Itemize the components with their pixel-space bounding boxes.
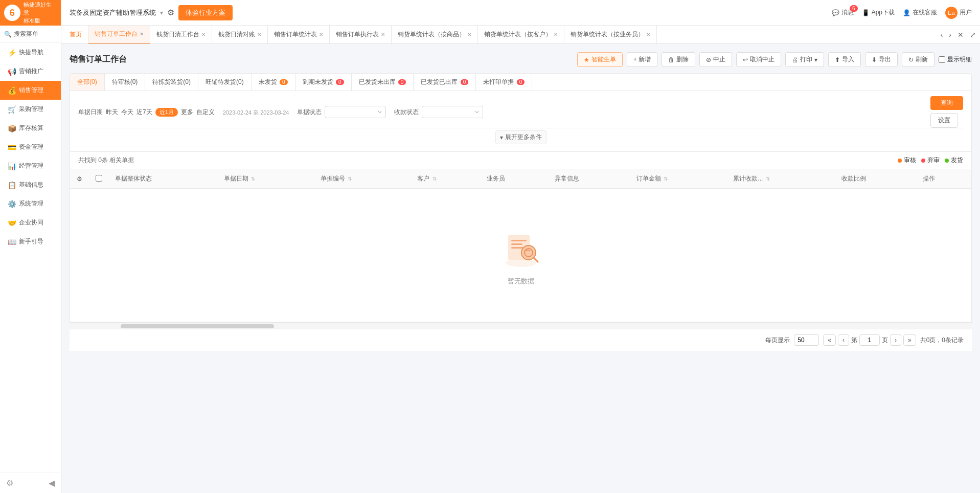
inventory-icon: 📦	[8, 124, 16, 132]
tab-home[interactable]: 首页	[63, 26, 88, 44]
user-profile-button[interactable]: Ea 用户	[945, 7, 972, 19]
topbar-dropdown-icon[interactable]: ▾	[160, 9, 163, 16]
subtab-not-printed[interactable]: 未打印单据 0	[476, 74, 532, 91]
inventory-label: 库存核算	[19, 124, 43, 132]
table-container: 共找到 0条 相关单据 审核 弃审 发货	[70, 152, 972, 323]
subtab-not-shipped[interactable]: 未发货 0	[252, 74, 295, 91]
subtab-pending-review[interactable]: 待审核(0)	[105, 74, 146, 91]
th-number[interactable]: 单据编号 ⇅	[314, 169, 411, 189]
prev-page-button[interactable]: ‹	[838, 334, 849, 346]
subtab-shipped-out[interactable]: 已发货已出库 0	[414, 74, 476, 91]
next-page-button[interactable]: ›	[890, 334, 901, 346]
th-amount[interactable]: 订单金额 ⇅	[630, 169, 727, 189]
sidebar-nav-item-system[interactable]: ⚙️ 系统管理	[0, 194, 61, 213]
tab-sales-product-stats-close-icon[interactable]: ✕	[467, 32, 471, 37]
tab-sales-customer-stats[interactable]: 销货单统计表（按客户） ✕	[478, 26, 564, 44]
tab-sales-staff-stats-close-icon[interactable]: ✕	[646, 32, 650, 37]
app-download-label: App下载	[872, 8, 895, 17]
tab-sales-execution[interactable]: 销售订单执行表 ✕	[330, 26, 392, 44]
setting-button[interactable]: 设置	[930, 113, 958, 128]
sidebar-nav-item-basic[interactable]: 📋 基础信息	[0, 175, 61, 194]
settings-icon[interactable]: ⚙	[6, 478, 13, 488]
subtab-overdue-not-shipped[interactable]: 到期未发货 0	[295, 74, 352, 91]
tab-sales-order-workbench-close-icon[interactable]: ✕	[140, 31, 144, 37]
tab-sales-stats-close-icon[interactable]: ✕	[319, 32, 323, 37]
sidebar-nav-item-inventory[interactable]: 📦 库存核算	[0, 119, 61, 138]
tab-cash-reconcile[interactable]: 钱货日清对账 ✕	[212, 26, 268, 44]
export-button[interactable]: ⬇ 导出	[865, 52, 898, 67]
page-number-input[interactable]	[859, 334, 880, 346]
th-setting[interactable]: ⚙	[70, 169, 88, 189]
online-service-button[interactable]: 👤 在线客服	[903, 8, 937, 17]
status-filter-select[interactable]	[325, 106, 386, 118]
subtab-not-shipped-label: 未发货	[259, 78, 277, 85]
payment-filter-select[interactable]	[422, 106, 483, 118]
tab-cash-reconcile-close-icon[interactable]: ✕	[257, 32, 261, 37]
sidebar-nav-item-marketing[interactable]: 📢 营销推广	[0, 62, 61, 81]
show-detail-checkbox[interactable]: 显示明细	[939, 55, 972, 64]
review-action[interactable]: 审核	[898, 156, 916, 165]
show-detail-check[interactable]	[939, 56, 945, 63]
tab-prev-icon[interactable]: ‹	[939, 31, 945, 39]
tab-next-icon[interactable]: ›	[947, 31, 953, 39]
tab-sales-product-stats[interactable]: 销货单统计表（按商品） ✕	[392, 26, 478, 44]
cancel-action[interactable]: 弃审	[921, 156, 940, 165]
tab-sales-customer-stats-close-icon[interactable]: ✕	[554, 32, 558, 37]
trial-button[interactable]: 体验行业方案	[178, 5, 233, 20]
tab-sales-execution-close-icon[interactable]: ✕	[381, 32, 385, 37]
last-page-button[interactable]: »	[903, 334, 916, 346]
collapse-icon[interactable]: ◀	[49, 478, 55, 488]
sidebar-nav-item-purchase[interactable]: 🛒 采购管理	[0, 100, 61, 119]
message-button[interactable]: 💬 消息 6	[832, 8, 854, 17]
sidebar-nav-item-operation[interactable]: 📊 经营管理	[0, 156, 61, 175]
expand-filter-button[interactable]: ▾ 展开更多条件	[495, 130, 546, 144]
th-date[interactable]: 单据日期 ⇅	[218, 169, 314, 189]
subtab-pending-inspection[interactable]: 待拣货装货(0)	[145, 74, 198, 91]
tab-sales-stats[interactable]: 销售订单统计表 ✕	[268, 26, 330, 44]
scrollbar-thumb[interactable]	[121, 324, 274, 328]
date-option-today[interactable]: 今天	[121, 108, 133, 117]
print-button[interactable]: 🖨 打印 ▾	[785, 52, 824, 67]
date-option-yesterday[interactable]: 昨天	[106, 108, 118, 117]
date-option-custom[interactable]: 自定义	[196, 108, 215, 117]
new-button[interactable]: + 新增	[627, 52, 657, 67]
sidebar-nav-item-enterprise[interactable]: 🤝 企业协同	[0, 213, 61, 232]
import-button[interactable]: ⬆ 导入	[828, 52, 861, 67]
query-button[interactable]: 查询	[930, 96, 963, 110]
tab-sales-order-workbench[interactable]: 销售订单工作台 ✕	[88, 26, 150, 44]
empty-icon	[498, 225, 544, 271]
sidebar-nav-item-guide[interactable]: 📖 新手引导	[0, 232, 61, 251]
tab-sales-execution-label: 销售订单执行表	[336, 30, 379, 39]
subtab-wangpu[interactable]: 旺铺待发货(0)	[198, 74, 252, 91]
tab-cash-daily[interactable]: 钱货日清工作台 ✕	[150, 26, 212, 44]
tab-expand-icon[interactable]: ⤢	[968, 31, 978, 39]
sidebar-nav-item-finance[interactable]: 💳 资金管理	[0, 138, 61, 156]
ship-action[interactable]: 发货	[945, 156, 963, 165]
first-page-button[interactable]: «	[823, 334, 836, 346]
th-received[interactable]: 累计收款... ⇅	[727, 169, 835, 189]
sidebar-nav-item-quick-nav[interactable]: ⚡ 快捷导航	[0, 43, 61, 62]
subtab-shipped-not-out[interactable]: 已发货未出库 0	[352, 74, 414, 91]
th-check[interactable]	[88, 169, 109, 189]
review-action-label: 审核	[904, 156, 916, 165]
horizontal-scrollbar[interactable]	[70, 323, 972, 329]
select-all-checkbox[interactable]	[96, 175, 102, 182]
sidebar-nav-item-sales[interactable]: 💰 销售管理	[0, 81, 61, 100]
refresh-button[interactable]: ↻ 刷新	[902, 52, 935, 67]
tab-close-all-icon[interactable]: ✕	[955, 31, 966, 39]
tab-cash-daily-close-icon[interactable]: ✕	[201, 32, 206, 37]
smart-create-button[interactable]: ★ 智能生单	[577, 52, 623, 67]
date-option-1month[interactable]: 近1月	[155, 108, 178, 117]
tab-sales-staff-stats[interactable]: 销货单统计表（按业务员） ✕	[564, 26, 657, 44]
date-option-7days[interactable]: 近7天	[136, 108, 152, 117]
th-customer[interactable]: 客户 ⇅	[411, 169, 481, 189]
sidebar-search[interactable]: 🔍 搜索菜单	[0, 26, 61, 43]
app-download-button[interactable]: 📱 App下载	[862, 8, 895, 17]
subtab-all[interactable]: 全部(0)	[70, 74, 105, 91]
per-page-select[interactable]: 50 10 20 100	[794, 334, 819, 346]
stop-button[interactable]: ⊘ 中止	[699, 52, 732, 67]
topbar-gear-icon[interactable]: ⚙	[167, 8, 174, 17]
date-option-more[interactable]: 更多	[181, 108, 193, 117]
delete-button[interactable]: 🗑 删除	[662, 52, 695, 67]
cancel-stop-button[interactable]: ↩ 取消中止	[736, 52, 781, 67]
